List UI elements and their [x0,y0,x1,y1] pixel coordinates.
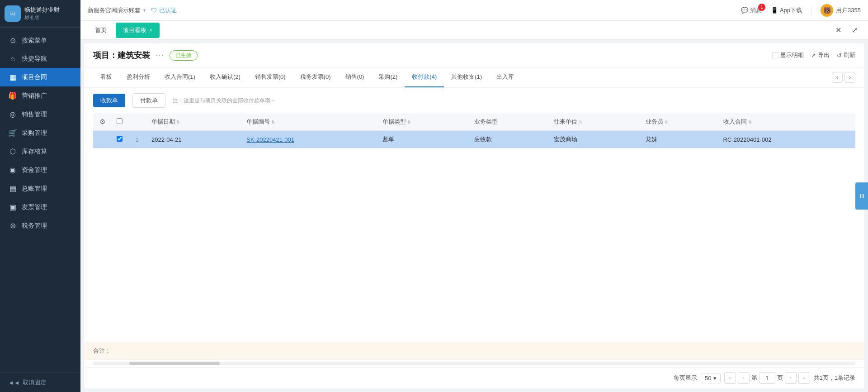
sidebar-item-quick-nav[interactable]: ⌂ 快捷导航 [0,50,80,68]
sidebar-item-invoice[interactable]: ▣ 发票管理 [0,198,80,216]
first-page-button[interactable]: « [724,372,736,384]
tab-tax-invoice[interactable]: 税务发票(0) [293,67,338,87]
tab-warehouse[interactable]: 出入库 [489,67,521,87]
sub-tab-next-button[interactable]: › [844,72,855,83]
more-options-button[interactable]: ··· [156,51,164,59]
tab-kanban[interactable]: 看板 [93,67,119,87]
last-page-button[interactable]: » [798,372,810,384]
sidebar-item-project-contract[interactable]: ▦ 项目合同 [0,68,80,86]
tab-home-label: 首页 [95,26,107,34]
message-button[interactable]: 💬 消息 1 [741,6,762,14]
close-button[interactable]: ✕ [832,24,844,37]
prev-page-button[interactable]: ‹ [738,372,750,384]
topbar-account[interactable]: 新服务官网演示账套 ▾ [88,6,146,14]
topbar-right: 💬 消息 1 📱 App下载 🐻 用户3355 [741,4,861,17]
account-name: 新服务官网演示账套 [88,6,141,14]
partner-column-header[interactable]: 往来单位⇅ [548,113,640,131]
page-navigation: « ‹ 第 页 › » [724,372,810,384]
doc-type-column-header[interactable]: 单据类型⇅ [377,113,468,131]
tab-sales-invoice[interactable]: 销售发票(0) [248,67,293,87]
sidebar-item-inventory[interactable]: ⬡ 库存核算 [0,142,80,161]
export-button[interactable]: ↗ 导出 [811,51,830,59]
sidebar-item-sales[interactable]: ◎ 销售管理 [0,105,80,124]
export-icon: ↗ [811,52,816,59]
tab-close-icon[interactable]: × [149,27,152,33]
row-doc-no-cell[interactable]: SK-20220421-001 [241,131,377,148]
ledger-icon: ▤ [8,184,17,193]
tab-purchase[interactable]: 采购(2) [371,67,405,87]
tab-receipt-payment[interactable]: 收付款(4) [405,67,444,87]
side-panel-icon: ≡ [857,194,867,199]
checkbox-column-header[interactable] [111,113,128,131]
scrollbar-track[interactable] [93,362,855,365]
sort-icon: ⇅ [748,120,752,124]
select-all-checkbox[interactable] [117,118,123,124]
sidebar-item-tax[interactable]: ⊛ 税务管理 [0,216,80,235]
doc-no-column-header[interactable]: 单据编号⇅ [241,113,377,131]
maximize-button[interactable]: ⤢ [848,24,861,37]
sidebar-item-label: 采购管理 [22,129,47,137]
show-detail-toggle[interactable]: 显示明细 [772,51,804,59]
sidebar-item-label: 搜索菜单 [22,37,47,45]
side-panel-toggle[interactable]: ≡ [855,182,868,210]
project-status-badge: 已生效 [170,50,198,61]
page-size-label: 每页显示 [674,374,697,382]
doc-no-link[interactable]: SK-20220421-001 [246,136,294,143]
table-header-row: ⚙ 单据日期⇅ 单据编号⇅ 单据类型⇅ [93,113,855,131]
topbar-divider [811,6,811,15]
payment-filter-button[interactable]: 付款单 [132,93,165,108]
index-column-header [128,113,146,131]
certified-label: 已认证 [159,6,177,14]
refresh-label: 刷新 [844,51,855,59]
page-input[interactable] [759,372,775,384]
scrollbar-thumb[interactable] [129,362,220,365]
settings-icon[interactable]: ⚙ [99,118,105,125]
row-index-cell: 1 [128,131,146,148]
tab-project-kanban[interactable]: 项目看板 × [116,23,160,38]
next-page-button[interactable]: › [785,372,797,384]
table-container: ⚙ 单据日期⇅ 单据编号⇅ 单据类型⇅ [84,113,864,342]
biz-type-column-header: 业务类型 [469,113,549,131]
income-contract-column-header[interactable]: 收入合同⇅ [718,113,855,131]
pin-icon: ◄◄ [8,379,20,386]
tab-sales[interactable]: 销售(0) [338,67,372,87]
sidebar-item-marketing[interactable]: 🎁 营销推广 [0,86,80,105]
sidebar-item-ledger[interactable]: ▤ 总账管理 [0,179,80,198]
settings-column-header[interactable]: ⚙ [93,113,111,131]
inventory-icon: ⬡ [8,147,17,156]
tab-home[interactable]: 首页 [88,23,114,38]
content-panel: 项目：建筑安装 ··· 已生效 显示明细 ↗ 导出 ↺ 刷新 [84,43,864,388]
tab-other-income[interactable]: 其他收支(1) [444,67,489,87]
sidebar-unpin-button[interactable]: ◄◄ 取消固定 [0,373,80,392]
doc-date-column-header[interactable]: 单据日期⇅ [146,113,241,131]
project-name: 建筑安装 [118,51,150,60]
salesperson-column-header[interactable]: 业务员⇅ [640,113,718,131]
refresh-button[interactable]: ↺ 刷新 [837,51,855,59]
tab-income-contract[interactable]: 收入合同(1) [157,67,203,87]
sidebar-menu: ⊙ 搜索菜单 ⌂ 快捷导航 ▦ 项目合同 🎁 营销推广 ◎ 销售管理 🛒 采购管… [0,28,80,373]
show-detail-label: 显示明细 [780,51,804,59]
sort-icon: ⇅ [271,120,275,124]
sort-icon: ⇅ [579,120,582,124]
project-header: 项目：建筑安装 ··· 已生效 显示明细 ↗ 导出 ↺ 刷新 [84,43,864,67]
sidebar-item-search[interactable]: ⊙ 搜索菜单 [0,31,80,50]
app-download-button[interactable]: 📱 App下载 [771,6,802,14]
chevron-down-icon: ▾ [143,8,146,13]
show-detail-checkbox[interactable] [772,52,778,58]
sidebar-item-purchase[interactable]: 🛒 采购管理 [0,124,80,142]
message-icon: 💬 [741,7,748,14]
page-word: 第 [751,374,757,382]
sidebar-item-label: 库存核算 [22,148,47,156]
page-size-select[interactable]: 50 ▾ [701,373,720,383]
tab-profit[interactable]: 盈利分析 [119,67,157,87]
row-checkbox-cell[interactable] [111,131,128,148]
table-row[interactable]: 1 2022-04-21 SK-20220421-001 蓝单 应收款 宏茂商场… [93,131,855,148]
project-icon: ▦ [8,73,17,81]
user-menu[interactable]: 🐻 用户3355 [821,4,861,17]
sidebar-item-finance[interactable]: ◉ 资金管理 [0,161,80,179]
sub-tab-prev-button[interactable]: ‹ [832,72,843,83]
horizontal-scrollbar[interactable] [84,359,864,367]
receipt-filter-button[interactable]: 收款单 [93,94,125,107]
tab-income-confirm[interactable]: 收入确认(2) [203,67,248,87]
row-checkbox[interactable] [117,136,123,142]
